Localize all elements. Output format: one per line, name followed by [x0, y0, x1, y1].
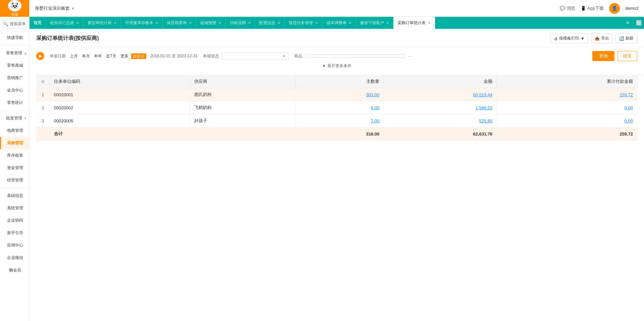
tab-func-desc[interactable]: 功能说明 ✕ [226, 17, 255, 29]
tab-label: 拣货任务管理 [289, 20, 313, 26]
tab-collect-pay[interactable]: 收发存汇总表 ✕ [46, 17, 84, 29]
tab-close-icon[interactable]: ✕ [76, 21, 79, 25]
tab-close-icon[interactable]: ✕ [155, 21, 158, 25]
tab-order-stats[interactable]: 要货单统计表 ✕ [84, 17, 121, 29]
row-code: 00020001 [50, 88, 190, 101]
goods-label: 商品 [294, 53, 302, 59]
sidebar-item-operation[interactable]: 经营管理 [0, 174, 29, 186]
sidebar-item-ecommerce[interactable]: 电商管理 [0, 124, 29, 137]
sidebar-item-retail-shop[interactable]: 零售商城 [0, 59, 29, 72]
sidebar-item-marketing[interactable]: 营销推广 [0, 72, 29, 84]
tab-close-icon[interactable]: ✕ [189, 21, 192, 25]
tab-close-icon[interactable]: ✕ [277, 21, 280, 25]
sidebar-item-inventory[interactable]: 库存核算 [0, 149, 29, 162]
sidebar-item-label: 企业协同 [7, 218, 23, 223]
close-tab-button[interactable]: ✕ [623, 17, 633, 29]
footer-supplier [190, 127, 295, 141]
table-footer: 合计 316.00 62,631.76 259.72 [36, 127, 637, 141]
username-label[interactable]: demo2 [625, 6, 639, 11]
tab-close-icon[interactable]: ✕ [348, 21, 352, 25]
topbar-left: 母婴行业演示账套 ▼ [35, 5, 75, 11]
sidebar-item-enterprise-wechat[interactable]: 企业微信 [0, 252, 29, 264]
date-custom-badge[interactable]: 自定义 [131, 53, 146, 59]
expand-more-button[interactable]: ▼ 展开更多条件 [322, 63, 352, 69]
sidebar-item-label: 库存核算 [7, 153, 23, 158]
tab-home[interactable]: 首页 [30, 17, 46, 29]
goods-input[interactable] [305, 54, 406, 58]
sidebar-item-wholesale[interactable]: 批发管理 ▼ [0, 112, 29, 124]
export-button[interactable]: 📤 导出 [591, 34, 613, 43]
tab-close-icon[interactable]: ✕ [386, 21, 389, 25]
tab-purchase-stats[interactable]: 采购订单统计表 ✕ [393, 17, 435, 29]
row-paid: 259.72 [497, 88, 637, 101]
tab-pick-task[interactable]: 拣货任务管理 ✕ [285, 17, 322, 29]
sidebar-item-quick-nav[interactable]: 快捷导航 [0, 32, 29, 44]
shortcut-this-month[interactable]: 本月 [80, 53, 91, 60]
tab-expiry-query[interactable]: 保质期查询 ✕ [163, 17, 196, 29]
sidebar-item-vip[interactable]: 畅会员 [0, 264, 29, 276]
refresh-icon: 🔄 [619, 36, 624, 41]
more-options-icon[interactable]: ··· [408, 53, 412, 59]
shortcut-this-year[interactable]: 本年 [93, 53, 103, 60]
filter-toggle-button[interactable]: ▶ [36, 52, 44, 60]
chevron-down-icon: ▼ [282, 54, 286, 58]
shortcut-7-days[interactable]: 近7天 [105, 53, 118, 60]
sidebar-item-finance[interactable]: 资金管理 [0, 162, 29, 174]
col-code: 往来单位编码 [50, 75, 190, 88]
row-qty: 7.00 [295, 114, 383, 127]
shortcut-last-month[interactable]: 上月 [68, 53, 79, 60]
sidebar-item-basic-info[interactable]: 基础信息 [0, 190, 29, 202]
sidebar-item-label: 零售商城 [7, 63, 23, 68]
phone-icon: 📱 [581, 6, 586, 11]
sidebar-item-label: 畅会员 [9, 268, 21, 272]
status-label: 单据状态 [203, 53, 219, 59]
row-supplier: 惠氏奶粉 [190, 88, 295, 101]
sidebar-item-app-center[interactable]: 应用中心 [0, 239, 29, 252]
sidebar-item-new-guide[interactable]: 新手引导 [0, 227, 29, 239]
sidebar-item-label: 经营管理 [7, 178, 23, 182]
tab-inventory-book[interactable]: 可用量库存账本 ✕ [121, 17, 163, 29]
tab-close-icon[interactable]: ✕ [218, 21, 221, 25]
app-download-button[interactable]: 📱 App下载 [581, 5, 604, 11]
tab-close-icon[interactable]: ✕ [248, 21, 251, 25]
sidebar-item-label: 快捷导航 [7, 35, 23, 40]
col-amount: 金额 [384, 75, 497, 88]
date-filter-group: 单据日期 上月 本月 本年 近7天 更多 自定义 2016-01-01 至 20… [50, 53, 198, 60]
app-logo[interactable]: 🐼 标题 [0, 0, 29, 17]
sidebar-item-retail[interactable]: 零售管理 ▲ [0, 47, 29, 59]
shortcut-more[interactable]: 更多 [119, 53, 130, 60]
tab-overstock-warn[interactable]: 超储预警 ✕ [196, 17, 226, 29]
tab-close-icon[interactable]: ✕ [114, 21, 117, 25]
search-menu-button[interactable]: 🔍 搜索菜单 [2, 19, 27, 29]
tab-label: 收发存汇总表 [50, 20, 74, 26]
refresh-button[interactable]: 🔄 刷新 [615, 34, 637, 43]
message-button[interactable]: 💬 消息 [560, 5, 575, 11]
print-button[interactable]: 🖨 按模板打印 ▼ [550, 34, 588, 43]
sidebar-item-enterprise[interactable]: 企业协同 [0, 214, 29, 227]
col-settings[interactable]: ⚙ [36, 75, 50, 88]
row-index: 2 [36, 101, 50, 114]
tab-config-info[interactable]: 配置信息 ✕ [255, 17, 285, 29]
row-amount: 1,586.52 [384, 101, 497, 114]
filter-row-1: ▶ 单据日期 上月 本月 本年 近7天 更多 自定义 2016-01-01 至 … [36, 51, 637, 61]
tab-close-icon[interactable]: ✕ [315, 21, 318, 25]
page-content: 采购订单统计表(按供应商) 🖨 按模板打印 ▼ 📤 导出 🔄 刷新 [30, 29, 644, 321]
account-dropdown[interactable]: 母婴行业演示账套 ▼ [35, 5, 75, 11]
sidebar-item-retail-stats[interactable]: 零售统计 [0, 97, 29, 109]
sidebar-item-member[interactable]: 会员中心 [0, 84, 29, 97]
settings-button[interactable]: 设置 [617, 51, 637, 61]
query-button[interactable]: 查询 [592, 51, 614, 61]
restore-tab-button[interactable]: ⬜ [633, 17, 644, 29]
account-name: 母婴行业演示账套 [35, 5, 70, 11]
tab-close-icon[interactable]: ✕ [428, 21, 431, 25]
topbar-right: 💬 消息 📱 App下载 👤 demo2 [560, 3, 639, 14]
status-select[interactable]: ▼ [222, 53, 289, 60]
sidebar-item-purchase[interactable]: 采购管理 [0, 137, 29, 149]
logo-text: 标题 [11, 12, 18, 17]
row-amount: 525.80 [384, 114, 497, 127]
tab-cost-adjust[interactable]: 成本调整单 ✕ [322, 17, 356, 29]
sidebar-item-label: 基础信息 [7, 193, 23, 198]
tab-invite-customer[interactable]: 邀请下游客户 ✕ [356, 17, 393, 29]
table-body: 1 00020001 惠氏奶粉 303.00 60,519.44 259.72 … [36, 88, 637, 127]
sidebar-item-system[interactable]: 系统管理 [0, 202, 29, 214]
